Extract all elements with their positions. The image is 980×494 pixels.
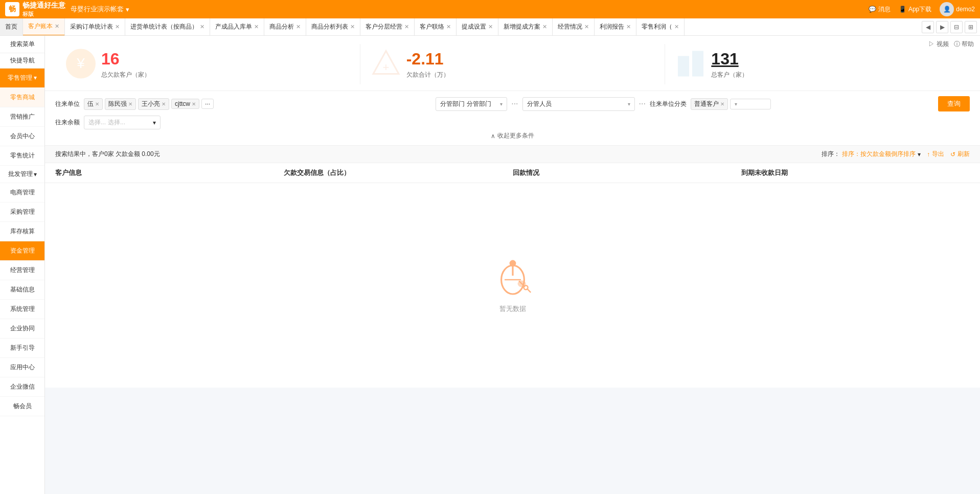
empty-state: 暂无数据 [492, 257, 533, 313]
balance-label: 往来余额 [55, 118, 80, 127]
unit-tag-more[interactable]: ··· [201, 99, 214, 109]
remove-unit-tag-1[interactable]: ✕ [95, 101, 99, 107]
main-layout: 搜索菜单 快捷导航 零售管理 ▾ 零售商城 营销推广 会员中心 零售统计 批发管… [0, 36, 980, 494]
sidebar-item-ops-mgmt[interactable]: 经营管理 [0, 261, 44, 280]
balance-select-arrow: ▾ [153, 119, 156, 126]
collapse-conditions-btn[interactable]: ∧ 收起更多条件 [491, 131, 534, 140]
table-body: 暂无数据 [45, 183, 980, 388]
sidebar-search[interactable]: 搜索菜单 [0, 36, 44, 53]
sort-button[interactable]: 排序： 排序：按欠款金额倒序排序 ▾ [822, 150, 921, 159]
user-avatar-btn[interactable]: 👤 demo2 [940, 2, 975, 16]
unit-tag-4[interactable]: cjttcw ✕ [171, 99, 199, 109]
tab-home[interactable]: 首页 [0, 18, 23, 36]
person-select[interactable]: 分管人员 ▾ [522, 97, 635, 111]
sidebar-item-retail-store[interactable]: 零售商城 [0, 88, 44, 107]
svg-point-12 [523, 286, 528, 290]
building-bg-icon [675, 48, 706, 79]
unit-tag-3[interactable]: 王小亮 ✕ [138, 98, 169, 110]
dept-select[interactable]: 分管部门 分管部门 ▾ [436, 97, 507, 111]
sidebar-item-finance-mgmt[interactable]: 资金管理 [0, 241, 44, 261]
tab-purchase-order[interactable]: 采购订单统计表 ✕ [65, 18, 125, 36]
sidebar-item-enterprise-wechat[interactable]: 企业微信 [0, 377, 44, 397]
message-btn[interactable]: 💬 消息 [869, 5, 891, 14]
total-customers-label: 总客户（家） [711, 71, 960, 79]
export-icon: ↑ [927, 151, 930, 158]
unit-class-label: 往来单位分类 [650, 100, 687, 108]
sidebar-item-member-vip[interactable]: 畅会员 [0, 397, 44, 416]
tab-close-retail-profit[interactable]: ✕ [674, 24, 679, 30]
tab-prev-arrow[interactable]: ◀ [922, 21, 934, 33]
account-dropdown[interactable]: 母婴行业演示帐套 ▾ [71, 5, 129, 14]
tab-customer-account[interactable]: 客户账本 ✕ [23, 18, 65, 36]
sidebar-quick-nav[interactable]: 快捷导航 [0, 53, 44, 69]
balance-select[interactable]: 选择... 选择... ▾ [84, 116, 161, 129]
tab-cost-inbound[interactable]: 产成品入库单 ✕ [210, 18, 264, 36]
tab-prompt-settings[interactable]: 提成设置 ✕ [457, 18, 498, 36]
person-filter-dots[interactable]: ··· [639, 99, 646, 108]
logo-text: 畅捷通好生意 标版 [22, 1, 65, 18]
tab-operations[interactable]: 经营情况 ✕ [553, 18, 595, 36]
tab-close-customer-account[interactable]: ✕ [55, 23, 59, 30]
tab-close-prompt-settings[interactable]: ✕ [488, 24, 493, 30]
sidebar-item-member-center[interactable]: 会员中心 [0, 127, 44, 146]
sidebar-item-enterprise-collab[interactable]: 企业协同 [0, 319, 44, 339]
col-repayment: 回款情况 [513, 168, 741, 177]
tab-profit-report[interactable]: 利润报告 ✕ [595, 18, 636, 36]
tab-close-operations[interactable]: ✕ [584, 24, 589, 30]
sidebar-item-app-center[interactable]: 应用中心 [0, 358, 44, 377]
col-debt-info: 欠款交易信息（占比） [284, 168, 512, 177]
refresh-button[interactable]: ↺ 刷新 [950, 150, 970, 159]
sidebar-item-inventory[interactable]: 库存核算 [0, 222, 44, 241]
remove-unit-tag-2[interactable]: ✕ [128, 101, 132, 107]
export-button[interactable]: ↑ 导出 [927, 150, 944, 159]
sidebar-item-sys-mgmt[interactable]: 系统管理 [0, 300, 44, 319]
tab-close-purchase-order[interactable]: ✕ [115, 24, 120, 30]
sidebar-item-marketing[interactable]: 营销推广 [0, 107, 44, 127]
tab-menu-arrow[interactable]: ⊟ [950, 21, 963, 33]
filter-row-2: 往来余额 选择... 选择... ▾ [55, 116, 970, 129]
tab-customer-contact[interactable]: 客户联络 ✕ [415, 18, 457, 36]
dept-filter-dots[interactable]: ··· [511, 99, 518, 108]
person-select-arrow: ▾ [628, 101, 630, 107]
tab-retail-profit[interactable]: 零售利润（ ✕ [636, 18, 685, 36]
svg-line-13 [527, 289, 530, 293]
app-download-btn[interactable]: 📱 App下载 [899, 5, 931, 14]
sidebar-item-purchase-mgmt[interactable]: 采购管理 [0, 203, 44, 222]
tab-close-goods-analysis-list[interactable]: ✕ [350, 24, 355, 30]
remove-unit-tag-4[interactable]: ✕ [192, 101, 196, 107]
tab-close-goods-analysis[interactable]: ✕ [296, 24, 301, 30]
debt-customers-label: 总欠款客户（家） [101, 71, 350, 79]
tab-new-achievement[interactable]: 新增提成方案 ✕ [498, 18, 553, 36]
tab-close-new-achievement[interactable]: ✕ [542, 24, 547, 30]
table-header: 客户信息 欠款交易信息（占比） 回款情况 到期未收款日期 [45, 163, 980, 183]
tab-close-customer-contact[interactable]: ✕ [446, 24, 451, 30]
filter-area: 往来单位 伍 ✕ 陈民强 ✕ 王小亮 ✕ [45, 91, 980, 146]
tab-close-profit-report[interactable]: ✕ [626, 24, 631, 30]
tab-customer-tier[interactable]: 客户分层经营 ✕ [360, 18, 415, 36]
sidebar-item-new-guide[interactable]: 新手引导 [0, 339, 44, 358]
tab-close-cost-inbound[interactable]: ✕ [254, 24, 259, 30]
unit-class-tag-normal[interactable]: 普通客户 ✕ [691, 98, 728, 110]
sidebar-item-retail-mgmt[interactable]: 零售管理 ▾ [0, 69, 44, 88]
tab-close-customer-tier[interactable]: ✕ [404, 24, 409, 30]
tab-expand-arrow[interactable]: ⊞ [965, 21, 977, 33]
remove-unit-class-normal[interactable]: ✕ [720, 101, 724, 107]
query-button[interactable]: 查询 [938, 96, 970, 111]
sidebar-item-batch-mgmt[interactable]: 批发管理▾ [0, 166, 44, 183]
tab-next-arrow[interactable]: ▶ [936, 21, 948, 33]
col-customer-info: 客户信息 [55, 168, 284, 177]
tab-goods-inbound[interactable]: 进货单统计表（按商品） ✕ [125, 18, 210, 36]
sidebar-item-retail-stats[interactable]: 零售统计 [0, 146, 44, 166]
tab-goods-analysis-list[interactable]: 商品分析列表 ✕ [306, 18, 360, 36]
unit-tag-2[interactable]: 陈民强 ✕ [105, 98, 136, 110]
unit-tag-1[interactable]: 伍 ✕ [84, 98, 103, 110]
sidebar-item-ecom-mgmt[interactable]: 电商管理 [0, 183, 44, 203]
top-bar-left: 畅 畅捷通好生意 标版 母婴行业演示帐套 ▾ [5, 1, 129, 18]
tab-goods-analysis[interactable]: 商品分析 ✕ [264, 18, 306, 36]
remove-unit-tag-3[interactable]: ✕ [162, 101, 166, 107]
empty-state-icon [492, 257, 533, 298]
sidebar-item-basic-info[interactable]: 基础信息 [0, 280, 44, 300]
unit-class-select[interactable]: ▾ [730, 99, 771, 109]
results-bar: 搜索结果中，客户0家 欠款金额 0.00元 排序： 排序：按欠款金额倒序排序 ▾… [45, 146, 980, 163]
tab-close-goods-inbound[interactable]: ✕ [200, 24, 204, 30]
